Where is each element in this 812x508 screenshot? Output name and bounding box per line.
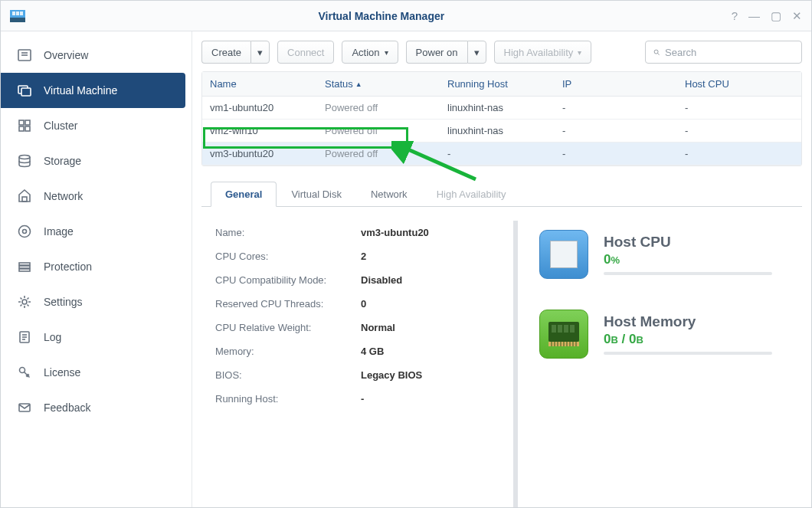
- search-input[interactable]: [665, 47, 794, 58]
- sidebar-item-network[interactable]: Network: [1, 179, 192, 214]
- sidebar-item-label: Cluster: [44, 120, 77, 132]
- cell-ip: -: [555, 143, 677, 165]
- col-ip[interactable]: IP: [555, 72, 677, 96]
- close-icon[interactable]: ✕: [792, 9, 802, 23]
- titlebar: Virtual Machine Manager ? — ▢ ✕: [1, 1, 811, 31]
- col-running-host[interactable]: Running Host: [440, 72, 555, 96]
- sidebar-item-label: Protection: [44, 261, 92, 273]
- gear-icon: [16, 293, 33, 310]
- sidebar-item-protection[interactable]: Protection: [1, 249, 192, 284]
- stat-value: 0B / 0B: [604, 332, 802, 347]
- svg-point-14: [19, 156, 30, 159]
- sidebar-item-settings[interactable]: Settings: [1, 284, 192, 320]
- overview-icon: [16, 47, 33, 64]
- sidebar-item-virtual-machine[interactable]: Virtual Machine: [1, 73, 185, 108]
- prop-value: Disabled: [361, 274, 402, 286]
- svg-rect-20: [19, 269, 30, 271]
- svg-rect-27: [19, 404, 30, 411]
- svg-rect-19: [19, 266, 30, 268]
- col-name[interactable]: Name: [202, 72, 317, 96]
- power-on-dropdown[interactable]: ▾: [467, 41, 486, 64]
- svg-rect-9: [21, 88, 31, 96]
- cell-host-cpu: -: [677, 143, 800, 165]
- tab-virtual-disk[interactable]: Virtual Disk: [277, 182, 356, 207]
- storage-icon: [16, 152, 33, 169]
- create-dropdown[interactable]: ▾: [250, 41, 270, 64]
- sidebar-item-overview[interactable]: Overview: [1, 38, 192, 73]
- cell-status: Powered off: [317, 143, 440, 165]
- tab-general[interactable]: General: [211, 182, 277, 207]
- stat-value: 0%: [604, 252, 802, 267]
- prop-label: BIOS:: [215, 369, 361, 381]
- svg-rect-10: [19, 120, 24, 125]
- cell-name: vm2-win10: [202, 120, 317, 142]
- cpu-icon: [539, 230, 588, 279]
- cell-running-host: linuxhint-nas: [440, 97, 555, 119]
- svg-rect-33: [564, 325, 568, 333]
- help-icon[interactable]: ?: [732, 9, 738, 23]
- prop-value: Legacy BIOS: [361, 369, 422, 381]
- create-button[interactable]: Create: [201, 41, 250, 64]
- sidebar-item-label: Log: [44, 331, 61, 343]
- sidebar-item-label: Network: [44, 190, 83, 202]
- power-on-button[interactable]: Power on: [406, 41, 467, 64]
- cell-status: Powered off: [317, 120, 440, 142]
- sidebar-item-storage[interactable]: Storage: [1, 143, 192, 179]
- sidebar-item-image[interactable]: Image: [1, 214, 192, 249]
- search-icon: [653, 47, 660, 58]
- sidebar: Overview Virtual Machine Cluster Storage…: [1, 31, 192, 507]
- window-title: Virtual Machine Manager: [31, 10, 732, 22]
- more-columns-icon[interactable]: ⋮: [800, 72, 811, 96]
- table-row[interactable]: vm1-ubuntu20 Powered off linuxhint-nas -…: [202, 97, 801, 120]
- prop-value: 2: [361, 251, 366, 262]
- stat-title: Host Memory: [604, 313, 802, 330]
- sidebar-item-cluster[interactable]: Cluster: [1, 108, 192, 143]
- sidebar-item-log[interactable]: Log: [1, 320, 192, 355]
- protection-icon: [16, 258, 33, 275]
- prop-label: CPU Compatibility Mode:: [215, 274, 361, 286]
- prop-label: Name:: [215, 227, 361, 238]
- cell-host-cpu: -: [677, 97, 800, 119]
- svg-point-21: [22, 300, 27, 304]
- table-row[interactable]: vm3-ubuntu20 Powered off - - -: [202, 143, 801, 166]
- svg-point-28: [654, 50, 658, 54]
- network-icon: [16, 188, 33, 205]
- svg-rect-11: [25, 120, 30, 125]
- connect-button[interactable]: Connect: [277, 41, 334, 64]
- prop-value: 4 GB: [361, 346, 384, 357]
- sidebar-item-feedback[interactable]: Feedback: [1, 390, 192, 425]
- stat-bar: [604, 272, 772, 275]
- svg-rect-34: [570, 325, 575, 333]
- col-status[interactable]: Status▲: [317, 72, 440, 96]
- col-host-cpu[interactable]: Host CPU: [677, 72, 800, 96]
- svg-line-29: [657, 53, 659, 54]
- cell-host-cpu: -: [677, 120, 800, 142]
- sidebar-item-license[interactable]: License: [1, 355, 192, 390]
- svg-rect-12: [19, 126, 24, 131]
- prop-label: Reserved CPU Threads:: [215, 298, 361, 310]
- svg-rect-32: [558, 325, 562, 333]
- tab-high-availability[interactable]: High Availability: [422, 182, 521, 207]
- sidebar-item-label: Feedback: [44, 401, 90, 414]
- prop-label: Memory:: [215, 346, 361, 357]
- host-cpu-block: Host CPU 0%: [539, 230, 802, 279]
- svg-rect-2: [12, 11, 15, 15]
- stat-title: Host CPU: [604, 234, 802, 251]
- toolbar: Create ▾ Connect Action Power on ▾ High …: [201, 41, 802, 64]
- maximize-icon[interactable]: ▢: [771, 9, 781, 23]
- table-row[interactable]: vm2-win10 Powered off linuxhint-nas - -: [202, 120, 801, 143]
- log-icon: [16, 329, 33, 346]
- cell-ip: -: [555, 120, 677, 142]
- virtual-machine-icon: [16, 82, 33, 99]
- tab-network[interactable]: Network: [356, 182, 422, 207]
- action-button[interactable]: Action: [342, 41, 398, 64]
- high-availability-button[interactable]: High Availability: [494, 41, 592, 64]
- vm-table: Name Status▲ Running Host IP Host CPU ⋮ …: [201, 71, 802, 166]
- sidebar-item-label: Storage: [44, 155, 81, 167]
- minimize-icon[interactable]: —: [748, 9, 760, 23]
- search-box[interactable]: [645, 41, 802, 64]
- svg-rect-31: [552, 325, 556, 333]
- detail-properties: Name:vm3-ubuntu20 CPU Cores:2 CPU Compat…: [215, 221, 518, 507]
- prop-value: Normal: [361, 322, 395, 333]
- memory-icon: [539, 310, 588, 359]
